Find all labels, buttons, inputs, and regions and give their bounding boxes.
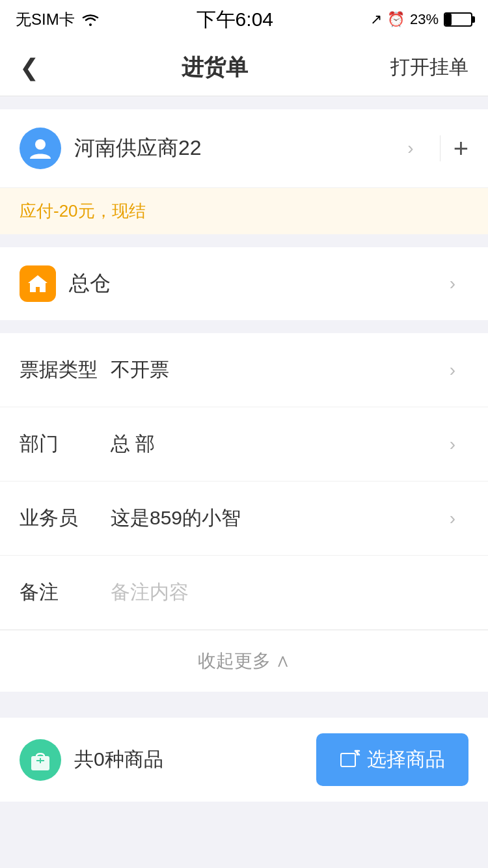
supplier-row[interactable]: 河南供应商22 › + [0, 109, 488, 188]
page-background [0, 802, 488, 868]
person-icon [27, 135, 53, 161]
open-pending-button[interactable]: 打开挂单 [390, 54, 468, 81]
section-gap-2 [0, 234, 488, 247]
wifi-icon [81, 12, 100, 27]
shopping-bag-icon [28, 748, 53, 772]
svg-point-0 [35, 139, 46, 150]
department-label: 部门 [20, 431, 111, 457]
notice-text: 应付-20元，现结 [20, 201, 146, 221]
warehouse-row[interactable]: 总仓 › [0, 247, 488, 320]
back-button[interactable]: ❮ [20, 54, 39, 81]
invoice-type-label: 票据类型 [20, 357, 111, 383]
salesperson-label: 业务员 [20, 505, 111, 532]
add-supplier-button[interactable]: + [454, 134, 468, 163]
section-gap-3 [0, 692, 488, 705]
status-time: 下午6:04 [197, 7, 273, 33]
remark-label: 备注 [20, 579, 111, 606]
section-gap-1 [0, 96, 488, 109]
location-icon: ↗ [370, 11, 382, 28]
battery-percent: 23% [410, 11, 439, 28]
department-chevron-icon: › [450, 434, 455, 455]
notice-bar: 应付-20元，现结 [0, 188, 488, 234]
department-row[interactable]: 部门 总 部 › [0, 407, 488, 481]
carrier-label: 无SIM卡 [16, 9, 75, 30]
department-value: 总 部 [111, 431, 450, 457]
status-right: ↗ ⏰ 23% [370, 11, 472, 28]
product-count: 共0种商品 [74, 746, 316, 773]
collapse-button[interactable]: 收起更多 ∧ [0, 630, 488, 692]
select-product-icon [340, 750, 360, 770]
collapse-label: 收起更多 ∧ [198, 651, 291, 671]
remark-placeholder: 备注内容 [111, 579, 468, 606]
home-icon [27, 273, 49, 295]
svg-rect-4 [341, 753, 355, 766]
warehouse-name: 总仓 [69, 269, 450, 298]
form-section: 票据类型 不开票 › 部门 总 部 › 业务员 这是859的小智 › 备注 备注… [0, 333, 488, 692]
battery-icon [444, 12, 472, 27]
product-bar: 共0种商品 选择商品 [0, 718, 488, 802]
invoice-type-row[interactable]: 票据类型 不开票 › [0, 333, 488, 407]
salesperson-chevron-icon: › [450, 508, 455, 529]
supplier-avatar [20, 128, 61, 169]
invoice-type-chevron-icon: › [450, 360, 455, 381]
supplier-chevron-icon: › [407, 138, 413, 159]
salesperson-value: 这是859的小智 [111, 505, 450, 532]
page-title: 进货单 [182, 53, 248, 83]
status-bar: 无SIM卡 下午6:04 ↗ ⏰ 23% [0, 0, 488, 39]
status-left: 无SIM卡 [16, 9, 100, 30]
select-product-label: 选择商品 [367, 746, 445, 773]
alarm-icon: ⏰ [387, 11, 405, 28]
supplier-card: 河南供应商22 › + 应付-20元，现结 [0, 109, 488, 234]
warehouse-chevron-icon: › [450, 273, 455, 294]
supplier-name: 河南供应商22 [74, 134, 407, 163]
select-product-button[interactable]: 选择商品 [316, 733, 468, 786]
salesperson-row[interactable]: 业务员 这是859的小智 › [0, 481, 488, 556]
warehouse-card: 总仓 › [0, 247, 488, 320]
invoice-type-value: 不开票 [111, 357, 450, 383]
nav-bar: ❮ 进货单 打开挂单 [0, 39, 488, 96]
warehouse-icon [20, 265, 56, 302]
remark-row[interactable]: 备注 备注内容 [0, 556, 488, 630]
vertical-divider [440, 135, 441, 161]
product-icon [20, 739, 61, 781]
